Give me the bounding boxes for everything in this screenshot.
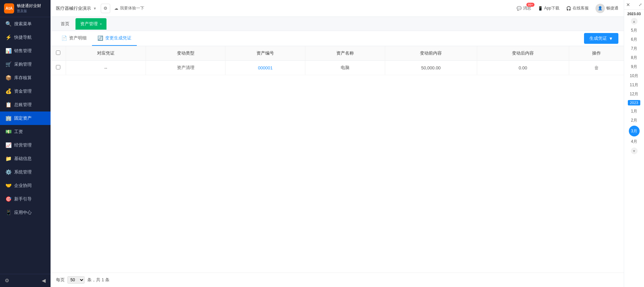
phone-icon: 📱 [538,6,543,11]
settings-icon[interactable]: ⚙ [5,278,9,284]
company-arrow-icon: ▼ [93,6,97,10]
panel-header: ✕ ⤢ [624,0,644,10]
month-item-1月[interactable]: 1月 [629,107,640,116]
sidebar-item-operation[interactable]: 📈 经营管理 [0,138,51,152]
per-page-label: 每页 [56,277,65,283]
sidebar-item-label-fixedasset: 固定资产 [14,115,32,121]
sidebar-item-label-basic: 基础信息 [14,156,32,162]
month-item[interactable]: 6月 [630,35,638,44]
sidebar-item-ledger[interactable]: 📋 总账管理 [0,98,51,111]
month-item-2月[interactable]: 2月 [629,116,640,125]
data-table: 对应凭证 变动类型 资产编号 资产名称 变动前内容 变动后内容 操作 -- 资产… [51,46,624,75]
table-wrap: 对应凭证 变动类型 资产编号 资产名称 变动前内容 变动后内容 操作 -- 资产… [51,46,624,273]
tab-home[interactable]: 首页 [56,18,74,30]
month-item-3月[interactable]: 3月 [629,126,640,136]
fixedasset-icon: 🏢 [5,115,11,121]
month-item-4月[interactable]: 4月 [629,137,640,146]
sidebar-item-label-payroll: 工资 [14,129,23,135]
select-all-checkbox[interactable] [56,51,60,55]
col-voucher: 对应凭证 [66,46,146,61]
sidebar-item-guide[interactable]: 🎯 新手引导 [0,192,51,206]
year-marker[interactable]: 2023 [628,100,640,105]
sidebar-item-label-appcenter: 应用中心 [14,210,32,216]
sidebar-item-search[interactable]: 🔍 搜索菜单 [0,17,51,31]
sales-icon: 📊 [5,48,11,54]
sidebar-item-label-purchase: 采购管理 [14,61,32,67]
operation-icon: 📈 [5,142,11,148]
row-checkbox-cell-0[interactable] [51,61,66,75]
generate-voucher-label: 生成凭证 [589,35,607,41]
per-page-select[interactable]: 50 10 20 100 [67,276,85,284]
row-checkbox-0[interactable] [56,65,60,69]
subtab-change-voucher[interactable]: 🔄 变更生成凭证 [92,31,137,46]
experience-button[interactable]: ☁ 我要体验一下 [114,5,144,11]
collapse-icon[interactable]: ◀ [42,278,46,284]
cell-action-0[interactable]: 🗑 [569,61,624,75]
sidebar-bottom: ⚙ ◀ [0,274,51,287]
delete-icon-0[interactable]: 🗑 [594,65,599,70]
months-after-list: 1月2月3月4月 [629,107,640,146]
company-selector[interactable]: 医疗器械行业演示 ▼ [56,5,97,11]
subtab-asset-detail-label: 资产明细 [69,35,87,41]
settings-button[interactable]: ⚙ [101,4,110,13]
headset-icon: 🎧 [566,6,571,11]
sidebar-item-sales[interactable]: 📊 销售管理 [0,44,51,58]
sidebar-item-quicknav[interactable]: ⚡ 快捷导航 [0,31,51,44]
panel-close-button[interactable]: ✕ [626,2,630,7]
dropdown-arrow-icon: ▼ [609,36,613,41]
gear-icon: ⚙ [103,6,108,11]
subtab-asset-detail[interactable]: 📄 资产明细 [56,31,92,46]
sidebar-item-purchase[interactable]: 🛒 采购管理 [0,58,51,71]
month-item[interactable]: 7月 [630,44,638,53]
right-panel: ✕ ⤢ 2023.03 ▲ 5月6月7月8月9月10月11月12月 2023 1… [624,0,644,287]
payroll-icon: 💵 [5,129,11,135]
topbar: 医疗器械行业演示 ▼ ⚙ ☁ 我要体验一下 💬 消息 99+ 📱 App下载 🎧… [51,0,624,17]
inventory-icon: 📦 [5,75,11,81]
sidebar-nav: 🔍 搜索菜单 ⚡ 快捷导航 📊 销售管理 🛒 采购管理 📦 库存核算 💰 资金管… [0,17,51,274]
sidebar-item-label-ledger: 总账管理 [14,102,32,108]
panel-expand-button[interactable]: ⤢ [639,2,642,7]
experience-label: 我要体验一下 [120,5,144,11]
generate-voucher-button[interactable]: 生成凭证 ▼ [584,33,618,44]
subtabs: 📄 资产明细 🔄 变更生成凭证 生成凭证 ▼ [51,31,624,46]
month-item[interactable]: 12月 [630,90,638,99]
notifications-badge: 99+ [526,3,534,7]
sidebar-item-basic[interactable]: 📁 基础信息 [0,152,51,165]
sidebar-item-inventory[interactable]: 📦 库存核算 [0,71,51,85]
col-asset-name: 资产名称 [305,46,385,61]
app-download-button[interactable]: 📱 App下载 [538,5,559,11]
sidebar-item-label-guide: 新手引导 [14,196,32,202]
panel-scroll-up-button[interactable]: ▲ [631,18,638,25]
customer-service-button[interactable]: 🎧 在线客服 [566,5,589,11]
month-item[interactable]: 8月 [630,53,638,62]
month-item[interactable]: 11月 [630,81,638,90]
tab-close-icon[interactable]: × [100,22,102,26]
month-item[interactable]: 9月 [630,62,638,71]
cell-after-0: 0.00 [477,61,569,75]
sidebar-item-finance[interactable]: 💰 资金管理 [0,85,51,98]
notifications-button[interactable]: 💬 消息 99+ [517,5,531,11]
sidebar-item-system[interactable]: ⚙️ 系统管理 [0,165,51,179]
month-item[interactable]: 5月 [630,26,638,35]
purchase-icon: 🛒 [5,61,11,67]
sidebar-item-enterprise[interactable]: 🤝 企业协同 [0,179,51,192]
tab-asset-mgmt-label: 资产管理 [80,21,98,27]
change-icon: 🔄 [97,35,103,41]
tab-asset-mgmt[interactable]: 资产管理 × [75,18,106,30]
months-before-list: 5月6月7月8月9月10月11月12月 [630,26,638,99]
cell-asset-no-0[interactable]: 000001 [225,61,305,75]
sidebar-item-payroll[interactable]: 💵 工资 [0,125,51,138]
logo-title: 畅捷通好业财 [17,3,41,9]
sidebar-item-appcenter[interactable]: 📱 应用中心 [0,206,51,219]
sidebar-item-fixedasset[interactable]: 🏢 固定资产 [0,111,51,125]
month-item[interactable]: 10月 [630,71,638,81]
cell-asset-name-0: 电脑 [305,61,385,75]
col-after: 变动后内容 [477,46,569,61]
panel-scroll-down-button[interactable]: ▼ [631,148,638,154]
user-menu[interactable]: 👤 畅捷通 [595,4,618,13]
basic-icon: 📁 [5,156,11,162]
system-icon: ⚙️ [5,169,11,175]
pagination: 每页 50 10 20 100 条，共 1 条 [51,273,624,287]
ledger-icon: 📋 [5,102,11,108]
select-all-col[interactable] [51,46,66,61]
